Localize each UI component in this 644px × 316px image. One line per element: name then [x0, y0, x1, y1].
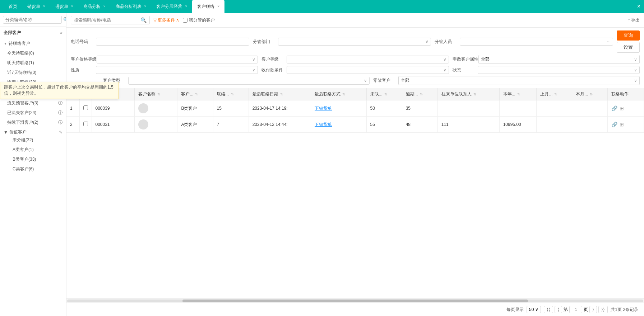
not-contact-sort[interactable]: ⇅: [384, 92, 387, 96]
nav-close-analysis-list[interactable]: ×: [144, 0, 147, 13]
status-select[interactable]: ∨: [478, 66, 640, 74]
th-last-month: 上月... ⇅: [537, 88, 572, 100]
this-month-sort[interactable]: ⇅: [590, 92, 593, 96]
row1-cust-type: B类客户: [177, 100, 213, 117]
sidebar-tomorrow-pending[interactable]: 明天待联络(1): [0, 58, 66, 68]
method-sort[interactable]: ⇅: [342, 92, 345, 96]
nav-home[interactable]: 首页: [4, 0, 22, 13]
horizontal-scrollbar[interactable]: [66, 298, 644, 303]
next-page-btn[interactable]: ⟩: [589, 306, 597, 313]
filter-person: 分管人员 ···: [435, 38, 613, 46]
row1-year: [499, 100, 537, 117]
cust-type-select[interactable]: ∨: [128, 77, 370, 85]
action-btns: 查询 设置: [617, 30, 640, 53]
value-group-edit-icon[interactable]: ✎: [59, 130, 62, 135]
content-area: 🔍 ▽ 更多条件 ∧ 我分管的客户 ↑ 导出 电话号码: [66, 13, 644, 316]
sidebar-already-lost[interactable]: 已流失客户(24) ⓘ: [0, 108, 66, 118]
row1-grid-icon[interactable]: ⊞: [620, 105, 624, 111]
already-lost-info-icon[interactable]: ⓘ: [58, 110, 62, 116]
sidebar-search-input[interactable]: [3, 16, 62, 24]
row1-last-method[interactable]: 下销货单: [311, 100, 366, 117]
more-filter-btn[interactable]: ▽ 更多条件 ∧: [153, 17, 179, 23]
per-page-select[interactable]: 50 ∨: [527, 306, 541, 313]
sidebar-collapse-btn[interactable]: «: [60, 30, 62, 36]
sidebar-unclassified[interactable]: 未分组(32): [4, 135, 62, 145]
name-sort[interactable]: ⇅: [157, 92, 160, 96]
prev-page-btn[interactable]: ⟨: [555, 306, 562, 313]
page-input[interactable]: [569, 306, 582, 313]
year-sort[interactable]: ⇅: [517, 92, 520, 96]
nav-close-analysis[interactable]: ×: [103, 0, 106, 13]
gender-select[interactable]: ∨: [96, 66, 258, 74]
sidebar-today-pending[interactable]: 今天待联络(0): [0, 48, 66, 58]
cust-grade-select[interactable]: ∨: [287, 56, 449, 63]
pay-term-select[interactable]: ∨: [287, 66, 449, 74]
sidebar-c-class[interactable]: C类客户(6): [4, 164, 62, 174]
row2-cust-type: A类客户: [177, 117, 213, 133]
row1-checkbox[interactable]: [79, 100, 92, 117]
value-arrow: ▼: [4, 130, 8, 135]
nav-sales-order[interactable]: 销货单 ×: [22, 0, 50, 13]
nav-close-sales[interactable]: ×: [43, 0, 45, 13]
dept-select[interactable]: ∨: [278, 38, 431, 46]
nav-purchase-order[interactable]: 进货单 ×: [50, 0, 78, 13]
my-customer-check[interactable]: [183, 18, 187, 23]
scroll-thumb[interactable]: [182, 300, 528, 302]
th-history-contact: 往来单位联系人 ⇅: [437, 88, 499, 100]
filter-gender: 性质 ∨: [71, 66, 258, 74]
retail-cust-select[interactable]: 全部 ∨: [398, 76, 640, 85]
last-month-sort[interactable]: ⇅: [554, 92, 557, 96]
nav-close-purchase[interactable]: ×: [71, 0, 73, 13]
nav-close-tier[interactable]: ×: [185, 0, 187, 13]
person-select[interactable]: ···: [460, 38, 613, 46]
nav-customer-tier[interactable]: 客户分层经营 ×: [151, 0, 192, 13]
settings-btn[interactable]: 设置: [617, 42, 640, 53]
table-area: ⚙ 客户编码 ⇅ 客户名称: [66, 88, 644, 298]
my-customer-checkbox[interactable]: 我分管的客户: [183, 17, 215, 23]
sidebar-search-btn[interactable]: 🔍: [63, 16, 66, 24]
history-sort[interactable]: ⇅: [473, 92, 476, 96]
row2-grid-icon[interactable]: ⊞: [620, 122, 624, 127]
sidebar-a-class[interactable]: A类客户(1): [4, 145, 62, 155]
sidebar-lost-warning[interactable]: 流失预警客户(3) ⓘ: [0, 98, 66, 108]
nav-product-analysis[interactable]: 商品分析 ×: [78, 0, 111, 13]
table-row: 1 000039 B类客户 15 2023-04-17 14:19: 下销货单: [66, 100, 644, 117]
date-sort[interactable]: ⇅: [280, 92, 283, 96]
lost-info-icon[interactable]: ⓘ: [58, 100, 62, 106]
all-customers-header[interactable]: 全部客户 «: [0, 27, 66, 39]
nav-customer-contact[interactable]: 客户联络 ×: [192, 0, 224, 13]
row2-link-icon[interactable]: 🔗: [611, 122, 617, 127]
sidebar-b-class[interactable]: B类客户(33): [4, 155, 62, 164]
nav-close-contact[interactable]: ×: [217, 0, 219, 13]
value-group-header[interactable]: ▼ 价值客户 ✎: [4, 129, 62, 135]
row2-last-month: [537, 117, 572, 133]
query-btn[interactable]: 查询: [617, 30, 640, 41]
sidebar-continuous-down[interactable]: 持续下滑客户(2) ⓘ: [0, 118, 66, 127]
search-icon[interactable]: 🔍: [140, 17, 147, 23]
contact-sort[interactable]: ⇅: [231, 92, 234, 96]
row1-link-icon[interactable]: 🔗: [611, 105, 617, 111]
scroll-track[interactable]: [67, 300, 643, 302]
person-dots: ···: [607, 39, 611, 44]
search-input[interactable]: [74, 18, 139, 23]
price-grade-select[interactable]: ∨: [97, 56, 258, 63]
type-sort[interactable]: ⇅: [195, 92, 198, 96]
export-btn[interactable]: ↑ 导出: [628, 17, 640, 23]
phone-input[interactable]: [96, 38, 249, 46]
retail-attr-select[interactable]: 全部 ∨: [478, 55, 640, 64]
overdue-sort[interactable]: ⇅: [420, 92, 423, 96]
row2-checkbox[interactable]: [79, 117, 92, 133]
pending-group-title[interactable]: ▼ 待联络客户: [0, 39, 66, 48]
continuous-down-info-icon[interactable]: ⓘ: [58, 119, 62, 126]
first-page-btn[interactable]: ⟨⟨: [544, 306, 553, 313]
row2-select[interactable]: [83, 122, 88, 126]
filter-cust-grade: 客户等级 ∨: [261, 56, 449, 63]
row1-select[interactable]: [83, 105, 88, 110]
nav-close-all-btn[interactable]: ×: [637, 3, 640, 10]
row2-last-method[interactable]: 下销货单: [311, 117, 366, 133]
export-icon: ↑: [628, 18, 630, 23]
last-page-btn[interactable]: ⟩⟩: [598, 306, 608, 313]
sidebar-week-pending[interactable]: 近7天待联络(0): [0, 68, 66, 77]
per-page-label: 每页显示: [506, 307, 524, 313]
nav-product-analysis-list[interactable]: 商品分析列表 ×: [111, 0, 152, 13]
